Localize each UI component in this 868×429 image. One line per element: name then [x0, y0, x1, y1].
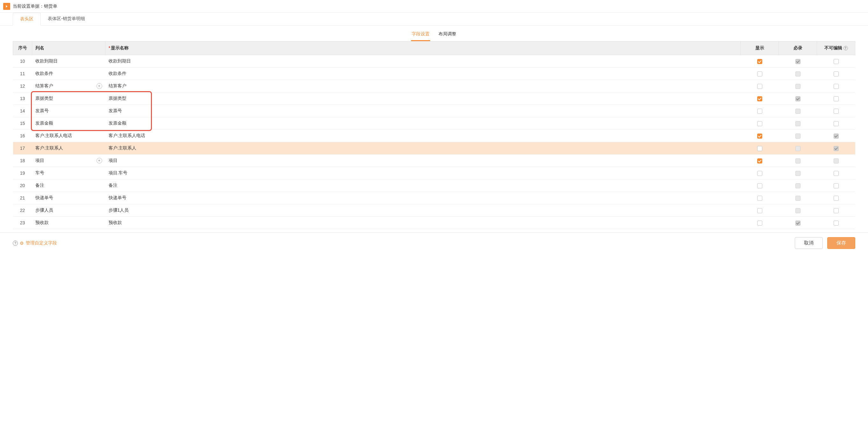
table-row: 22步骤人员步骤1人员: [13, 204, 855, 217]
checkbox-show[interactable]: [757, 72, 762, 77]
checkbox-locked: [834, 146, 839, 151]
checkbox-show[interactable]: [757, 171, 762, 176]
table-row: 10收款到期日收款到期日: [13, 55, 855, 67]
checkbox-show[interactable]: [757, 146, 762, 151]
checkbox-locked[interactable]: [834, 196, 839, 201]
checkbox-locked[interactable]: [834, 171, 839, 176]
checkbox-show[interactable]: [757, 59, 762, 64]
subtab-0[interactable]: 字段设置: [411, 30, 430, 41]
cell-show: [741, 167, 779, 179]
checkbox-locked[interactable]: [834, 121, 839, 126]
checkbox-locked[interactable]: [834, 59, 839, 64]
checkbox-locked[interactable]: [834, 183, 839, 189]
cell-display[interactable]: 预收款: [105, 217, 741, 229]
help-icon[interactable]: ?: [843, 46, 848, 50]
table-row: 12结算客户+结算客户: [13, 80, 855, 92]
checkbox-show[interactable]: [757, 134, 762, 139]
cell-name: 预收款: [32, 217, 105, 229]
cell-required: [779, 105, 817, 117]
cell-required: [779, 130, 817, 142]
checkbox-show[interactable]: [757, 121, 762, 126]
cell-locked: [817, 67, 855, 80]
cell-display[interactable]: 步骤1人员: [105, 204, 741, 217]
checkbox-locked[interactable]: [834, 208, 839, 213]
cell-required: [779, 167, 817, 179]
checkbox-locked[interactable]: [834, 72, 839, 77]
manage-custom-fields-link[interactable]: 管理自定义字段: [26, 240, 57, 246]
checkbox-required: [796, 196, 801, 201]
checkbox-show[interactable]: [757, 159, 762, 164]
cell-show: [741, 67, 779, 80]
chevron-right-icon: [4, 4, 9, 9]
checkbox-show[interactable]: [757, 196, 762, 201]
main-tabs: 表头区表体区-销货单明细: [0, 13, 868, 26]
table-row: 20备注备注: [13, 179, 855, 192]
checkbox-locked[interactable]: [834, 109, 839, 114]
cell-display[interactable]: 客户.主联系人: [105, 142, 741, 154]
cell-seq: 19: [13, 167, 32, 179]
cell-locked: [817, 80, 855, 92]
tab-0[interactable]: 表头区: [13, 13, 41, 26]
checkbox-required: [796, 159, 801, 164]
cell-required: [779, 80, 817, 92]
plus-icon[interactable]: +: [96, 158, 102, 164]
tab-1[interactable]: 表体区-销货单明细: [41, 13, 92, 25]
cell-show: [741, 92, 779, 105]
cell-display[interactable]: 收款条件: [105, 67, 741, 80]
cell-required: [779, 217, 817, 229]
cell-name: 快递单号: [32, 192, 105, 204]
fields-table: 序号 列名 *显示名称 显示 必录 不可编辑? 10收款到期日收款到期日11收款…: [13, 41, 855, 229]
table-row: 17客户.主联系人客户.主联系人: [13, 142, 855, 154]
cell-required: [779, 204, 817, 217]
cell-display[interactable]: 收款到期日: [105, 55, 741, 67]
cell-display[interactable]: 票据类型: [105, 92, 741, 105]
sub-tabs: 字段设置布局调整: [0, 26, 868, 41]
cell-display[interactable]: 项目.车号: [105, 167, 741, 179]
subtab-1[interactable]: 布局调整: [438, 30, 457, 41]
cell-required: [779, 92, 817, 105]
checkbox-show[interactable]: [757, 183, 762, 189]
cancel-button[interactable]: 取消: [795, 237, 823, 249]
cell-display[interactable]: 备注: [105, 179, 741, 192]
checkbox-locked[interactable]: [834, 221, 839, 226]
cell-locked: [817, 105, 855, 117]
th-locked: 不可编辑?: [817, 41, 855, 55]
checkbox-required: [796, 72, 801, 77]
cell-name: 发票金额: [32, 117, 105, 130]
checkbox-required: [796, 183, 801, 189]
save-button[interactable]: 保存: [827, 237, 855, 249]
cell-seq: 14: [13, 105, 32, 117]
cell-required: [779, 192, 817, 204]
cell-seq: 16: [13, 130, 32, 142]
checkbox-show[interactable]: [757, 221, 762, 226]
cell-display[interactable]: 结算客户: [105, 80, 741, 92]
cell-name: 结算客户+: [32, 80, 105, 92]
table-row: 23预收款预收款: [13, 217, 855, 229]
table-row: 14发票号发票号: [13, 105, 855, 117]
plus-icon[interactable]: +: [96, 83, 102, 89]
checkbox-locked[interactable]: [834, 96, 839, 102]
checkbox-show[interactable]: [757, 84, 762, 89]
cell-required: [779, 67, 817, 80]
cell-locked: [817, 154, 855, 167]
checkbox-show[interactable]: [757, 96, 762, 102]
checkbox-locked[interactable]: [834, 84, 839, 89]
cell-display[interactable]: 客户.主联系人电话: [105, 130, 741, 142]
expand-panel-button[interactable]: [3, 3, 10, 10]
cell-seq: 17: [13, 142, 32, 154]
cell-display[interactable]: 发票金额: [105, 117, 741, 130]
cell-seq: 21: [13, 192, 32, 204]
cell-display[interactable]: 项目: [105, 154, 741, 167]
checkbox-required: [796, 146, 801, 151]
cell-show: [741, 80, 779, 92]
cell-name: 收款到期日: [32, 55, 105, 67]
cell-locked: [817, 55, 855, 67]
cell-display[interactable]: 发票号: [105, 105, 741, 117]
checkbox-show[interactable]: [757, 109, 762, 114]
cell-display[interactable]: 快递单号: [105, 192, 741, 204]
question-icon[interactable]: ?: [13, 240, 18, 246]
cell-name: 票据类型: [32, 92, 105, 105]
cell-required: [779, 154, 817, 167]
cell-name: 客户.主联系人电话: [32, 130, 105, 142]
checkbox-show[interactable]: [757, 208, 762, 213]
